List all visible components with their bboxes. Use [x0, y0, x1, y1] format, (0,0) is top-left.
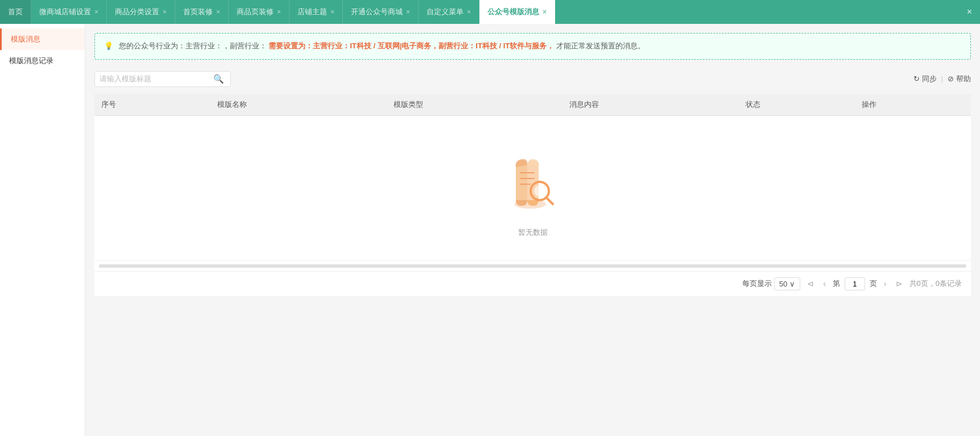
scrollbar-row: [94, 260, 971, 271]
tab-label-open-mall: 开通公众号商城: [351, 7, 403, 17]
dropdown-icon: ∨: [789, 280, 795, 288]
tab-label-store-theme: 店铺主题: [297, 7, 327, 17]
page-unit-label: 页: [870, 279, 877, 289]
content-area: 💡 您的公众号行业为：主营行业：，副营行业： 需要设置为：主营行业：IT科技 /…: [85, 24, 980, 436]
tab-bar: 首页微商城店铺设置×商品分类设置×首页装修×商品页装修×店铺主题×开通公众号商城…: [0, 0, 980, 24]
empty-text: 暂无数据: [518, 227, 548, 238]
table-wrapper: 序号模版名称模版类型消息内容状态操作: [94, 94, 971, 296]
notice-box: 💡 您的公众号行业为：主营行业：，副营行业： 需要设置为：主营行业：IT科技 /…: [94, 33, 971, 60]
tab-label-home-decor: 首页装修: [183, 7, 213, 17]
search-button[interactable]: 🔍: [213, 74, 224, 84]
page-input[interactable]: [845, 277, 865, 290]
notice-highlight: 需要设置为：主营行业：IT科技 / 互联网|电子商务，副营行业：IT科技 / I…: [268, 41, 554, 50]
sidebar-item-template-record[interactable]: 模版消息记录: [0, 50, 85, 72]
scrollbar-track[interactable]: [99, 264, 966, 268]
search-bar: 🔍 ↻ 同步 | ⊘ 帮助: [94, 71, 971, 87]
page-next-button[interactable]: ›: [882, 278, 889, 289]
sync-icon: ↻: [913, 74, 920, 83]
sidebar-item-template-message[interactable]: 模版消息: [0, 28, 85, 50]
page-size-select: 每页显示 50 ∨: [742, 277, 800, 290]
toolbar-right: ↻ 同步 | ⊘ 帮助: [913, 74, 971, 84]
col-header-content: 消息内容: [563, 94, 739, 116]
tab-close-template-msg[interactable]: ×: [543, 8, 547, 16]
tab-home[interactable]: 首页: [0, 0, 31, 24]
page-first-button[interactable]: ⊲: [805, 278, 816, 289]
search-input[interactable]: [100, 74, 213, 83]
svg-line-6: [546, 197, 553, 204]
search-input-wrap: 🔍: [94, 71, 231, 87]
tab-wechat-store[interactable]: 微商城店铺设置×: [31, 0, 107, 24]
page-label: 第: [833, 279, 840, 289]
sidebar: 模版消息模版消息记录: [0, 24, 85, 436]
tab-close-product-category[interactable]: ×: [163, 8, 167, 16]
divider: |: [941, 74, 943, 83]
tab-close-home-decor[interactable]: ×: [216, 8, 220, 16]
tab-label-template-msg: 公众号模版消息: [487, 7, 539, 17]
tab-store-theme[interactable]: 店铺主题×: [290, 0, 343, 24]
col-header-action: 操作: [855, 94, 971, 116]
notice-icon: 💡: [104, 41, 113, 50]
page-last-button[interactable]: ⊳: [894, 278, 905, 289]
help-icon: ⊘: [948, 74, 954, 83]
sync-button[interactable]: ↻ 同步: [913, 74, 937, 84]
col-header-seq: 序号: [94, 94, 210, 116]
tab-template-msg[interactable]: 公众号模版消息×: [479, 0, 555, 24]
page-total: 共0页，0条记录: [909, 279, 962, 289]
sync-label: 同步: [922, 74, 937, 84]
page-prev-button[interactable]: ‹: [821, 278, 828, 289]
tab-open-mall[interactable]: 开通公众号商城×: [343, 0, 419, 24]
empty-illustration: [499, 150, 567, 218]
tab-label-product-category: 商品分类设置: [115, 7, 159, 17]
tab-close-custom-menu[interactable]: ×: [467, 8, 471, 16]
help-label: 帮助: [956, 74, 971, 84]
notice-suffix: 才能正常发送预置的消息。: [556, 41, 645, 50]
col-header-name: 模版名称: [210, 94, 387, 116]
close-all-button[interactable]: ×: [959, 7, 980, 17]
main-layout: 模版消息模版消息记录 💡 您的公众号行业为：主营行业：，副营行业： 需要设置为：…: [0, 24, 980, 436]
page-size-dropdown[interactable]: 50 ∨: [774, 277, 800, 290]
tab-custom-menu[interactable]: 自定义菜单×: [419, 0, 479, 24]
data-table: 序号模版名称模版类型消息内容状态操作: [94, 94, 971, 116]
col-header-type: 模版类型: [387, 94, 563, 116]
svg-point-5: [534, 185, 545, 197]
pagination: 每页显示 50 ∨ ⊲ ‹ 第 页 › ⊳ 共0页，0条记录: [94, 271, 971, 296]
notice-prefix: 您的公众号行业为：主营行业：，副营行业：: [119, 41, 267, 50]
tab-close-store-theme[interactable]: ×: [330, 8, 334, 16]
tab-product-category[interactable]: 商品分类设置×: [107, 0, 175, 24]
tab-label-custom-menu: 自定义菜单: [427, 7, 464, 17]
empty-state: 暂无数据: [94, 116, 971, 260]
help-button[interactable]: ⊘ 帮助: [948, 74, 971, 84]
tab-label-product-decor: 商品页装修: [237, 7, 274, 17]
tab-home-decor[interactable]: 首页装修×: [175, 0, 229, 24]
tab-product-decor[interactable]: 商品页装修×: [229, 0, 290, 24]
tab-close-wechat-store[interactable]: ×: [94, 8, 98, 16]
col-header-status: 状态: [739, 94, 855, 116]
tab-label-home: 首页: [8, 7, 23, 17]
tab-close-open-mall[interactable]: ×: [406, 8, 410, 16]
tab-close-product-decor[interactable]: ×: [277, 8, 281, 16]
page-size-label: 每页显示: [742, 279, 772, 289]
tab-label-wechat-store: 微商城店铺设置: [39, 7, 91, 17]
page-size-value: 50: [779, 280, 787, 288]
